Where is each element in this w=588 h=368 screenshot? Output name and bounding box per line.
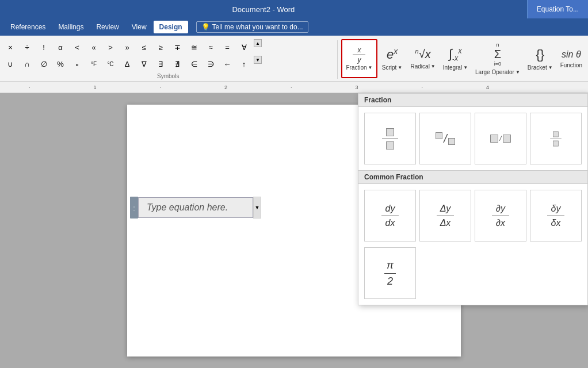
ruler-marks: ·1·2·3·4 (29, 85, 489, 90)
sym-in[interactable]: ∈ (186, 56, 202, 72)
sym-cap[interactable]: ∩ (19, 56, 35, 72)
sym-lt[interactable]: < (69, 39, 85, 55)
fraction-partialy-partialx[interactable]: ∂y ∂x (475, 190, 526, 241)
integral-icon: ∫-XX (449, 47, 462, 62)
fraction-pi-2[interactable]: π 2 (364, 247, 416, 299)
equation-tools: x y Fraction ▼ ex Script ▼ n√x Radic (339, 38, 588, 79)
sym-times[interactable]: × (2, 39, 18, 55)
sym-comp[interactable]: ∘ (69, 56, 85, 72)
sym-geq[interactable]: ≥ (152, 39, 169, 55)
script-button[interactable]: ex Script ▼ (378, 39, 407, 78)
sym-cup[interactable]: ∪ (2, 56, 18, 72)
document-area: ⋮ Type equation here. ▼ Fraction (0, 93, 588, 368)
menu-review[interactable]: Review (90, 21, 124, 33)
symbols-row-1: × ÷ ! α < « > » ≤ ≥ ∓ ≅ ≈ = ∀ ▲ (2, 39, 334, 55)
common-fraction-title: Common Fraction (358, 170, 587, 184)
menu-references[interactable]: References (5, 21, 51, 33)
sym-div[interactable]: ÷ (19, 39, 35, 55)
scroll-down[interactable]: ▼ (254, 56, 262, 64)
integral-label: Integral ▼ (443, 64, 468, 71)
script-icon: ex (387, 47, 398, 62)
sym-exists[interactable]: ∃ (152, 56, 169, 72)
sym-ll[interactable]: « (86, 39, 102, 55)
fraction-label: Fraction ▼ (346, 64, 372, 71)
sym-degc[interactable]: °C (102, 56, 119, 72)
sym-forall[interactable]: ∀ (236, 39, 252, 55)
pi-fraction-grid: π 2 (358, 247, 587, 305)
radical-label: Radical ▼ (411, 63, 436, 70)
ruler: ·1·2·3·4 (0, 82, 588, 93)
fraction-dy-dx[interactable]: dy dx (364, 190, 416, 241)
sym-nexists[interactable]: ∄ (169, 56, 185, 72)
menu-view[interactable]: View (126, 21, 152, 33)
title-bar-text: Document2 - Word (0, 0, 527, 18)
sym-nabla[interactable]: ∇ (136, 56, 152, 72)
fraction-item-stacked[interactable] (364, 113, 416, 164)
equation-tab[interactable]: Equation To... (527, 0, 588, 18)
tell-me-text: Tell me what you want to do... (212, 23, 303, 31)
bracket-button[interactable]: {} Bracket ▼ (524, 39, 556, 78)
function-button[interactable]: sin θ Function (557, 39, 586, 78)
fraction-deltay-deltax[interactable]: Δy Δx (419, 190, 471, 241)
equation-container: ⋮ Type equation here. ▼ (130, 197, 261, 218)
menu-mailings[interactable]: Mailings (52, 21, 89, 33)
fraction-button[interactable]: x y Fraction ▼ (341, 39, 377, 78)
symbols-row-2: ∪ ∩ ∅ % ∘ °F °C Δ ∇ ∃ ∄ ∈ ∋ ← ↑ ▼ (2, 56, 334, 72)
radical-icon: n√x (415, 48, 431, 61)
sym-excl[interactable]: ! (36, 39, 52, 55)
radical-button[interactable]: n√x Radical ▼ (407, 39, 439, 78)
integral-button[interactable]: ∫-XX Integral ▼ (440, 39, 471, 78)
script-label: Script ▼ (382, 64, 402, 71)
fraction-icon: x y (353, 47, 365, 63)
sym-leq[interactable]: ≤ (136, 39, 152, 55)
sym-leftarrow[interactable]: ← (219, 56, 235, 72)
fraction-item-linear[interactable]: / (475, 113, 526, 164)
sym-delta[interactable]: Δ (119, 56, 135, 72)
sym-degf[interactable]: °F (86, 56, 102, 72)
fraction-section-title: Fraction (358, 94, 587, 107)
equation-handle[interactable]: ⋮ (130, 197, 138, 218)
large-operator-label: Large Operator ▼ (475, 69, 520, 75)
fraction-item-skewed[interactable]: / (419, 113, 471, 164)
large-operator-icon: n Σ i=0 (494, 42, 501, 67)
symbols-group: × ÷ ! α < « > » ≤ ≥ ∓ ≅ ≈ = ∀ ▲ ∪ ∩ ∅ % … (0, 38, 336, 80)
sym-mp[interactable]: ∓ (169, 39, 185, 55)
symbols-label: Symbols (2, 72, 334, 79)
sym-uparrow[interactable]: ↑ (236, 56, 252, 72)
equation-input[interactable]: Type equation here. (138, 197, 253, 218)
bracket-label: Bracket ▼ (528, 64, 553, 71)
sym-eq[interactable]: = (219, 39, 235, 55)
fraction-deltay-deltax2[interactable]: δy δx (530, 190, 582, 241)
sym-gg[interactable]: » (119, 39, 135, 55)
fraction-item-small[interactable] (530, 113, 582, 164)
sym-alpha[interactable]: α (52, 39, 68, 55)
common-fraction-grid: dy dx Δy Δx ∂y ∂x (358, 184, 587, 247)
equation-scroll[interactable]: ▼ (253, 197, 261, 218)
function-icon: sin θ (562, 49, 581, 60)
menu-design[interactable]: Design (154, 21, 188, 33)
sym-gt[interactable]: > (102, 39, 119, 55)
scroll-up[interactable]: ▲ (254, 39, 262, 47)
lightbulb-icon: 💡 (201, 23, 210, 31)
sym-cong[interactable]: ≅ (186, 39, 202, 55)
fraction-grid: / / (358, 107, 587, 170)
sym-ni[interactable]: ∋ (203, 56, 219, 72)
function-label: Function (560, 62, 582, 68)
sym-empty[interactable]: ∅ (36, 56, 52, 72)
fraction-panel: Fraction / (358, 93, 588, 305)
large-operator-button[interactable]: n Σ i=0 Large Operator ▼ (472, 39, 524, 78)
sym-approx[interactable]: ≈ (203, 39, 219, 55)
bracket-icon: {} (536, 47, 544, 62)
sym-pct[interactable]: % (52, 56, 68, 72)
tell-me-bar[interactable]: 💡 Tell me what you want to do... (196, 21, 308, 33)
